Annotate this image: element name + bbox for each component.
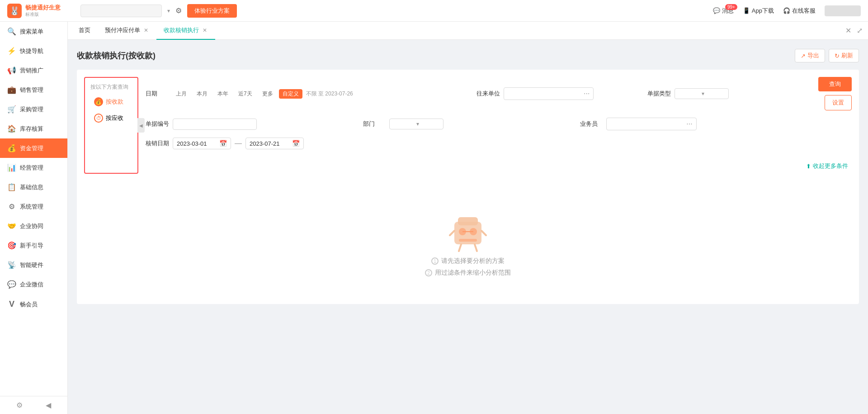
counterparty-more-icon[interactable]: ···: [584, 90, 590, 98]
date-btn-this-year[interactable]: 本年: [213, 89, 232, 99]
sidebar-item-marketing[interactable]: 📢 营销推广: [0, 61, 67, 80]
staff-input[interactable]: [610, 121, 686, 128]
collab-icon: 🤝: [7, 222, 16, 230]
tab-collection[interactable]: 收款核销执行 ✕: [156, 22, 215, 40]
sidebar-label-operations: 经营管理: [20, 164, 43, 172]
system-icon: ⚙: [7, 202, 16, 211]
sidebar-item-finance[interactable]: 💰 资金管理: [0, 138, 67, 158]
filter-option-by-collection[interactable]: 💰 按收款: [90, 95, 132, 109]
page-title: 收款核销执行(按收款): [77, 50, 156, 61]
sidebar-item-collab[interactable]: 🤝 企业协同: [0, 216, 67, 236]
filter-dept-field: 部门 ▾: [363, 119, 570, 129]
date-btn-7days[interactable]: 近7天: [234, 89, 256, 99]
tab-home-label: 首页: [79, 26, 90, 34]
date-btn-more[interactable]: 更多: [258, 89, 277, 99]
sidebar-item-system[interactable]: ⚙ 系统管理: [0, 197, 67, 216]
sidebar-item-hardware[interactable]: 📡 智能硬件: [0, 255, 67, 275]
empty-robot-svg: [441, 208, 495, 253]
industry-btn[interactable]: 体验行业方案: [187, 4, 237, 18]
staff-input-wrap: ···: [606, 118, 696, 130]
filter-voucher-no-field: 单据编号: [146, 119, 352, 130]
sidebar-settings-icon[interactable]: ⚙: [16, 401, 23, 409]
writeoff-date-inputs: 2023-03-01 📅 — 2023-07-21 📅: [173, 138, 304, 149]
sidebar-item-basicinfo[interactable]: 📋 基础信息: [0, 177, 67, 197]
header-service-btn[interactable]: 🎧 在线客服: [783, 7, 816, 15]
filter-counterparty-field: 往来单位 ···: [476, 87, 637, 100]
svg-line-7: [481, 231, 486, 235]
collapse-more-btn[interactable]: ⬆ 收起更多条件: [802, 158, 852, 174]
sidebar-item-search[interactable]: 🔍 搜索菜单: [0, 22, 67, 41]
tab-prepay[interactable]: 预付冲应付单 ✕: [98, 22, 156, 40]
sidebar-item-quicknav[interactable]: ⚡ 快捷导航: [0, 41, 67, 61]
setting-button[interactable]: 设置: [825, 95, 852, 110]
export-label: 导出: [807, 52, 819, 60]
sidebar-item-operations[interactable]: 📊 经营管理: [0, 158, 67, 177]
staff-more-icon[interactable]: ···: [686, 120, 692, 128]
dept-select[interactable]: ▾: [389, 119, 443, 129]
date-range-separator: —: [235, 139, 242, 148]
receivable-option-icon: ⏱: [94, 114, 103, 123]
filter-option-receivable-label: 按应收: [106, 114, 123, 122]
refresh-button[interactable]: ↻ 刷新: [829, 49, 859, 62]
empty-state: 1 请先选择要分析的方案 2 用过滤条件来缩小分析范围: [77, 181, 859, 304]
tab-maximize-icon[interactable]: ⤢: [855, 24, 864, 37]
writeoff-end-input[interactable]: 2023-07-21: [250, 140, 290, 147]
sidebar-collapse-icon[interactable]: ◀: [46, 401, 51, 409]
header-msg-btn[interactable]: 💬 消息 99+: [713, 7, 734, 15]
tab-close-all-icon[interactable]: ✕: [844, 24, 853, 37]
export-button[interactable]: ↗ 导出: [795, 49, 825, 62]
main-content-inner: 按以下方案查询 💰 按收款 ⏱ 按应收 ◀: [77, 70, 859, 304]
tab-collection-close[interactable]: ✕: [202, 26, 208, 34]
brand-main-text: 畅捷通好生意: [25, 4, 61, 12]
filter-option-by-receivable[interactable]: ⏱ 按应收: [90, 111, 132, 125]
page-content: 收款核销执行(按收款) ↗ 导出 ↻ 刷新 按以: [68, 40, 868, 414]
svg-rect-5: [459, 239, 477, 242]
date-custom-tag[interactable]: 自定义: [279, 89, 302, 99]
counterparty-input[interactable]: [508, 90, 584, 97]
sidebar-item-guide[interactable]: 🎯 新手引导: [0, 236, 67, 255]
tab-home[interactable]: 首页: [71, 22, 98, 40]
filter-row-1: 日期 上月 本月 本年 近7天 更多 自定义 不限 至 2023-07-26: [146, 77, 852, 110]
writeoff-start-calendar-icon[interactable]: 📅: [219, 140, 227, 147]
brand-logo: 🐰: [7, 4, 22, 18]
header-user-area[interactable]: [825, 5, 861, 16]
query-button[interactable]: 查询: [818, 77, 852, 91]
svg-line-9: [475, 244, 477, 251]
svg-line-8: [459, 244, 461, 251]
sales-icon: 💼: [7, 86, 16, 94]
voucher-type-select[interactable]: ▾: [675, 88, 729, 99]
header-app-btn[interactable]: 📱 App下载: [743, 7, 774, 15]
writeoff-date-label: 核销日期: [146, 139, 169, 148]
sidebar-label-sales: 销售管理: [20, 86, 43, 94]
sidebar-item-member[interactable]: V 畅会员: [0, 294, 67, 314]
basicinfo-icon: 📋: [7, 183, 16, 191]
collapse-icon: ⬆: [806, 163, 811, 170]
voucher-type-label: 单据类型: [647, 90, 671, 98]
filter-voucher-type-field: 单据类型 ▾: [647, 88, 807, 99]
empty-hint-2: 2 用过滤条件来缩小分析范围: [425, 269, 511, 277]
sidebar-label-basicinfo: 基础信息: [20, 183, 43, 191]
brand-sub-text: 标准版: [25, 11, 61, 17]
sidebar-label-hardware: 智能硬件: [20, 261, 43, 269]
tab-prepay-close[interactable]: ✕: [143, 26, 149, 34]
date-btn-this-month[interactable]: 本月: [193, 89, 212, 99]
marketing-icon: 📢: [7, 66, 16, 75]
app-label: App下载: [752, 7, 774, 15]
voucher-no-input[interactable]: [177, 121, 253, 128]
writeoff-start-input[interactable]: 2023-03-01: [177, 140, 217, 147]
sidebar-item-purchase[interactable]: 🛒 采购管理: [0, 100, 67, 119]
inventory-icon: 🏠: [7, 124, 16, 133]
member-icon: V: [7, 300, 16, 309]
sidebar-item-wecom[interactable]: 💬 企业微信: [0, 275, 67, 294]
header-dropdown-icon[interactable]: ▾: [167, 8, 170, 14]
guide-icon: 🎯: [7, 241, 16, 250]
writeoff-end-calendar-icon[interactable]: 📅: [292, 140, 300, 147]
sidebar-item-inventory[interactable]: 🏠 库存核算: [0, 119, 67, 138]
staff-label: 业务员: [580, 120, 603, 128]
header-settings-icon[interactable]: ⚙: [175, 6, 182, 15]
sidebar: 🔍 搜索菜单 ⚡ 快捷导航 📢 营销推广 💼 销售管理 🛒 采购管理 🏠 库存核…: [0, 22, 68, 414]
header-search-box: [80, 5, 162, 17]
sidebar-item-sales[interactable]: 💼 销售管理: [0, 80, 67, 100]
filter-left-collapse-btn[interactable]: ◀: [137, 118, 145, 133]
date-btn-last-month[interactable]: 上月: [172, 89, 191, 99]
